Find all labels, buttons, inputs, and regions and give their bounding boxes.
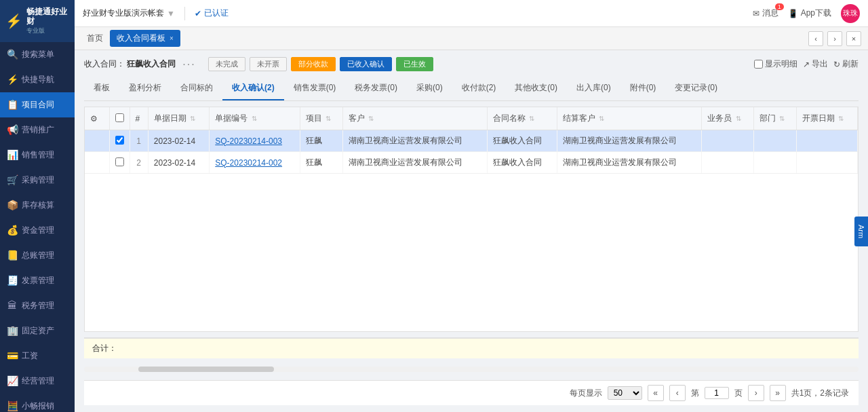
- col-dept[interactable]: 部门 ⇅: [753, 107, 796, 130]
- close-tab-icon[interactable]: ×: [170, 35, 174, 42]
- col-salesman[interactable]: 业务员 ⇅: [702, 107, 754, 130]
- col-invoice-date[interactable]: 开票日期 ⇅: [796, 107, 858, 130]
- row-code-link[interactable]: SQ-20230214-002: [215, 158, 282, 168]
- status-btn-0[interactable]: 未完成: [208, 57, 245, 71]
- current-page-input[interactable]: [705, 387, 729, 399]
- home-tab[interactable]: 首页: [81, 33, 108, 44]
- sidebar-item-8[interactable]: 📒总账管理: [0, 243, 75, 268]
- show-detail-checkbox[interactable]: 显示明细: [754, 58, 797, 70]
- row-code-link[interactable]: SQ-20230214-003: [215, 136, 282, 146]
- status-btn-1[interactable]: 未开票: [250, 57, 287, 71]
- sidebar-item-3[interactable]: 📢营销推广: [0, 117, 75, 143]
- sidebar-item-6[interactable]: 📦库存核算: [0, 193, 75, 218]
- user-avatar-btn[interactable]: 珠珠: [841, 4, 860, 23]
- sidebar-item-13[interactable]: 📈经营管理: [0, 369, 75, 394]
- sidebar-item-7[interactable]: 💰资金管理: [0, 218, 75, 243]
- row-date: 2023-02-14: [148, 152, 209, 174]
- col-code[interactable]: 单据编号 ⇅: [210, 107, 300, 130]
- sidebar-item-1[interactable]: ⚡快捷导航: [0, 67, 75, 92]
- row-checkbox[interactable]: [109, 152, 130, 174]
- show-detail-input[interactable]: [754, 60, 763, 69]
- table-header-row: ⚙ # 单据日期 ⇅ 单据编号 ⇅ 项目 ⇅ 客户 ⇅ 合同名称 ⇅ 结算客户 …: [85, 107, 858, 130]
- sidebar-label-7: 资金管理: [22, 225, 54, 236]
- sidebar-item-2[interactable]: 📋项目合同: [0, 92, 75, 117]
- sidebar-icon-10: 🏛: [7, 300, 18, 311]
- tab-1[interactable]: 盈利分析: [119, 77, 171, 100]
- tab-9[interactable]: 出入库(0): [567, 77, 620, 100]
- col-contract[interactable]: 合同名称 ⇅: [488, 107, 557, 130]
- sidebar-item-10[interactable]: 🏛税务管理: [0, 293, 75, 318]
- sidebar-item-5[interactable]: 🛒采购管理: [0, 168, 75, 193]
- row-check-input[interactable]: [115, 136, 124, 145]
- checkbox-col[interactable]: [109, 107, 130, 130]
- row-code[interactable]: SQ-20230214-003: [210, 130, 300, 152]
- sidebar-icon-8: 📒: [7, 250, 18, 261]
- tab-0[interactable]: 看板: [84, 77, 119, 100]
- status-btn-2[interactable]: 部分收款: [291, 57, 336, 71]
- nav-close-btn[interactable]: ×: [846, 31, 861, 46]
- settings-icon[interactable]: ⚙: [90, 114, 98, 124]
- tab-10[interactable]: 附件(0): [620, 77, 666, 100]
- col-num: #: [130, 107, 148, 130]
- sidebar-item-12[interactable]: 💳工资: [0, 343, 75, 369]
- export-btn[interactable]: ↗ 导出: [803, 58, 828, 70]
- next-page-btn[interactable]: ›: [748, 385, 764, 401]
- sidebar-label-13: 经营管理: [22, 375, 54, 387]
- company-selector[interactable]: 好业财专业版演示帐套 ▼: [83, 7, 175, 19]
- per-page-select[interactable]: 50 100 200: [608, 386, 642, 400]
- col-customer[interactable]: 客户 ⇅: [342, 107, 487, 130]
- nav-prev-btn[interactable]: ‹: [808, 31, 823, 46]
- table-row[interactable]: 2 2023-02-14 SQ-20230214-002 狂飙 湖南卫视商业运营…: [85, 152, 858, 174]
- more-options-btn[interactable]: ···: [182, 58, 195, 71]
- nav-next-btn[interactable]: ›: [827, 31, 842, 46]
- tab-5[interactable]: 税务发票(0): [345, 77, 407, 100]
- scrollbar-thumb[interactable]: [138, 367, 274, 372]
- message-btn[interactable]: ✉ 消息 1: [753, 7, 778, 19]
- right-panel-label: Arm: [857, 224, 865, 238]
- row-dept: [753, 130, 796, 152]
- col-settle-customer[interactable]: 结算客户 ⇅: [557, 107, 701, 130]
- tab-3[interactable]: 收入确认(2): [222, 77, 284, 100]
- sidebar-item-9[interactable]: 🧾发票管理: [0, 268, 75, 293]
- sidebar-item-14[interactable]: 🧮小畅报销: [0, 394, 75, 412]
- sidebar-item-0[interactable]: 🔍搜索菜单: [0, 42, 75, 67]
- row-code[interactable]: SQ-20230214-002: [210, 152, 300, 174]
- row-checkbox[interactable]: [109, 130, 130, 152]
- data-table-container[interactable]: ⚙ # 单据日期 ⇅ 单据编号 ⇅ 项目 ⇅ 客户 ⇅ 合同名称 ⇅ 结算客户 …: [84, 107, 859, 332]
- sidebar-label-2: 项目合同: [22, 99, 54, 111]
- prev-page-btn[interactable]: ‹: [669, 385, 686, 401]
- refresh-btn[interactable]: ↻ 刷新: [833, 58, 859, 70]
- certified-label: 已认证: [204, 7, 229, 19]
- tab-4[interactable]: 销售发票(0): [284, 77, 346, 100]
- export-icon: ↗: [803, 60, 810, 69]
- last-page-btn[interactable]: »: [770, 385, 786, 401]
- first-page-btn[interactable]: «: [648, 385, 664, 401]
- topbar-divider: [184, 7, 185, 20]
- col-date[interactable]: 单据日期 ⇅: [148, 107, 209, 130]
- sidebar-label-4: 销售管理: [22, 149, 54, 161]
- sidebar-item-4[interactable]: 📊销售管理: [0, 143, 75, 168]
- contract-actions: 显示明细 ↗ 导出 ↻ 刷新: [754, 58, 859, 70]
- app-download-btn[interactable]: 📱 App下载: [788, 7, 831, 19]
- tab-11[interactable]: 变更记录(0): [665, 77, 727, 100]
- table-row[interactable]: 1 2023-02-14 SQ-20230214-003 狂飙 湖南卫视商业运营…: [85, 130, 858, 152]
- row-invoice-date: [796, 130, 858, 152]
- tab-2[interactable]: 合同标的: [171, 77, 222, 100]
- tab-6[interactable]: 采购(0): [407, 77, 452, 100]
- settings-col[interactable]: ⚙: [85, 107, 109, 130]
- col-project[interactable]: 项目 ⇅: [300, 107, 342, 130]
- status-btn-4[interactable]: 已生效: [396, 57, 433, 71]
- row-check-input[interactable]: [115, 157, 124, 166]
- sidebar-label-0: 搜索菜单: [22, 49, 54, 60]
- tab-8[interactable]: 其他收支(0): [505, 77, 567, 100]
- avatar-text: 珠珠: [843, 8, 858, 18]
- right-panel-btn[interactable]: Arm: [854, 216, 868, 246]
- tab-7[interactable]: 收付款(2): [452, 77, 506, 100]
- message-badge: 1: [775, 3, 784, 10]
- horizontal-scrollbar[interactable]: [84, 367, 859, 372]
- status-btn-3[interactable]: 已收入确认: [340, 57, 392, 71]
- active-tab[interactable]: 收入合同看板 ×: [110, 30, 180, 47]
- sidebar-item-11[interactable]: 🏢固定资产: [0, 318, 75, 343]
- per-page-label: 每页显示: [570, 388, 602, 399]
- select-all-checkbox[interactable]: [115, 113, 124, 122]
